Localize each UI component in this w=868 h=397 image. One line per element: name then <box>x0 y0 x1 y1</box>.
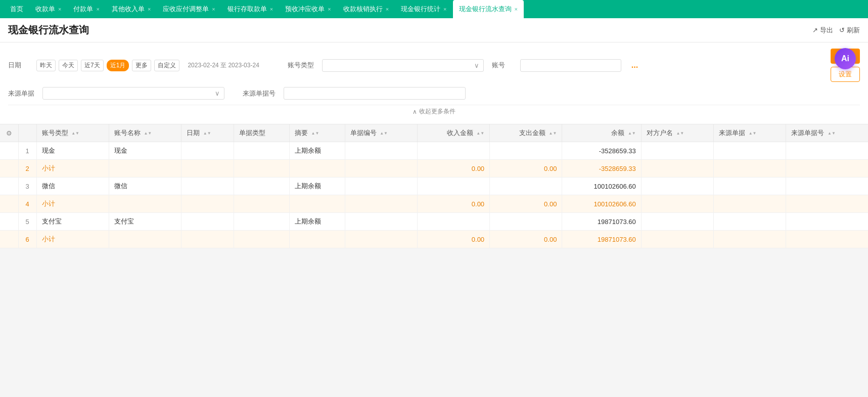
cell-doc-number <box>345 142 417 160</box>
ai-assistant-button[interactable]: Ai <box>835 48 856 69</box>
nav-bank-withdrawal-close[interactable]: × <box>270 0 273 18</box>
column-summary[interactable]: 摘要 ▲▼ <box>289 124 345 142</box>
account-type-select[interactable]: ∨ <box>322 59 484 72</box>
cell-date <box>181 178 234 195</box>
refresh-button[interactable]: ↺ 刷新 <box>839 26 860 35</box>
column-income[interactable]: 收入金额 ▲▼ <box>417 124 489 142</box>
sort-summary-icon: ▲▼ <box>311 131 319 136</box>
table-row: 5支付宝支付宝上期余额19871073.60 <box>0 213 868 231</box>
cell-balance: -3528659.33 <box>562 142 641 160</box>
column-doc-number[interactable]: 单据编号 ▲▼ <box>345 124 417 142</box>
cell-source-doc-num <box>786 178 868 195</box>
page-title: 现金银行流水查询 <box>8 23 89 37</box>
source-doc-select[interactable]: ∨ <box>42 87 224 100</box>
sort-counter-party-icon: ▲▼ <box>676 131 684 136</box>
column-source-doc-num[interactable]: 来源单据号 ▲▼ <box>786 124 868 142</box>
cell-balance: 100102606.60 <box>562 178 641 195</box>
nav-receipt-exec[interactable]: 收款核销执行 × <box>337 0 395 18</box>
cell-summary: 上期余额 <box>289 213 345 231</box>
export-icon: ↗ <box>812 26 818 34</box>
data-table: ⚙ 账号类型 ▲▼ 账号名称 ▲▼ 日期 ▲▼ 单据类型 摘 <box>0 124 868 248</box>
account-input[interactable] <box>520 59 621 72</box>
table-header-row: ⚙ 账号类型 ▲▼ 账号名称 ▲▼ 日期 ▲▼ 单据类型 摘 <box>0 124 868 142</box>
cell-summary <box>289 195 345 213</box>
cell-doc-type <box>234 160 290 178</box>
nav-cash-bank-flow-close[interactable]: × <box>515 0 518 18</box>
sort-account-name-icon: ▲▼ <box>144 131 152 136</box>
cell-doc-number <box>345 231 417 248</box>
cell-expense <box>490 213 562 231</box>
date-custom[interactable]: 自定义 <box>154 60 179 71</box>
collapse-button[interactable]: ∧ 收起更多条件 <box>8 105 860 118</box>
export-button[interactable]: ↗ 导出 <box>812 26 833 35</box>
column-source-doc[interactable]: 来源单据 ▲▼ <box>714 124 786 142</box>
cell-date <box>181 195 234 213</box>
cell-expense <box>490 142 562 160</box>
cell-counter-party <box>641 195 713 213</box>
nav-other-income[interactable]: 其他收入单 × <box>106 0 157 18</box>
cell-account-type: 小计 <box>36 231 109 248</box>
nav-prepay-offset[interactable]: 预收冲应收单 × <box>279 0 337 18</box>
sort-date-icon: ▲▼ <box>203 131 211 136</box>
nav-bank-withdrawal[interactable]: 银行存取款单 × <box>221 0 279 18</box>
account-label: 账号 <box>492 61 512 70</box>
cell-account-name <box>109 231 181 248</box>
nav-adjustment-close[interactable]: × <box>212 0 215 18</box>
cell-date <box>181 160 234 178</box>
row-index: 3 <box>18 178 36 195</box>
source-doc-num-label: 来源单据号 <box>243 89 276 98</box>
date-yesterday[interactable]: 昨天 <box>36 60 56 71</box>
filter-row-source: 来源单据 ∨ 来源单据号 <box>8 87 860 100</box>
cell-account-type: 支付宝 <box>36 213 109 231</box>
cell-counter-party <box>641 213 713 231</box>
nav-payment[interactable]: 付款单 × <box>67 0 105 18</box>
date-range-display: 2023-02-24 至 2023-03-24 <box>188 61 259 70</box>
row-index: 6 <box>18 231 36 248</box>
cell-doc-number <box>345 160 417 178</box>
cell-summary <box>289 231 345 248</box>
column-settings[interactable]: ⚙ <box>0 124 18 142</box>
nav-cash-bank-flow[interactable]: 现金银行流水查询 × <box>453 0 524 18</box>
row-gear <box>0 213 18 231</box>
nav-receipt-exec-close[interactable]: × <box>386 0 389 18</box>
row-index: 5 <box>18 213 36 231</box>
column-account-name[interactable]: 账号名称 ▲▼ <box>109 124 181 142</box>
column-counter-party[interactable]: 对方户名 ▲▼ <box>641 124 713 142</box>
account-dots[interactable]: ... <box>629 61 640 70</box>
collapse-icon: ∧ <box>413 108 417 115</box>
date-1month[interactable]: 近1月 <box>107 60 129 71</box>
cell-summary: 上期余额 <box>289 178 345 195</box>
date-options: 昨天 今天 近7天 近1月 更多 自定义 <box>36 60 179 71</box>
column-balance[interactable]: 余额 ▲▼ <box>562 124 641 142</box>
column-expense[interactable]: 支出金额 ▲▼ <box>490 124 562 142</box>
date-more[interactable]: 更多 <box>132 60 151 71</box>
column-account-type[interactable]: 账号类型 ▲▼ <box>36 124 109 142</box>
nav-adjustment[interactable]: 应收应付调整单 × <box>157 0 221 18</box>
nav-other-income-close[interactable]: × <box>148 0 151 18</box>
date-today[interactable]: 今天 <box>59 60 78 71</box>
sort-source-doc-icon: ▲▼ <box>749 131 757 136</box>
row-gear <box>0 142 18 160</box>
cell-doc-type <box>234 213 290 231</box>
nav-payment-close[interactable]: × <box>96 0 99 18</box>
source-doc-arrow-icon: ∨ <box>215 90 220 97</box>
nav-home[interactable]: 首页 <box>4 0 29 18</box>
nav-receipt[interactable]: 收款单 × <box>29 0 67 18</box>
source-doc-num-input[interactable] <box>284 87 466 100</box>
nav-receipt-close[interactable]: × <box>58 0 61 18</box>
refresh-icon: ↺ <box>839 26 845 34</box>
date-7days[interactable]: 近7天 <box>81 60 104 71</box>
sort-doc-number-icon: ▲▼ <box>380 131 388 136</box>
nav-cash-bank-stats[interactable]: 现金银行统计 × <box>395 0 452 18</box>
nav-cash-bank-stats-close[interactable]: × <box>443 0 446 18</box>
cell-date <box>181 213 234 231</box>
nav-prepay-offset-close[interactable]: × <box>328 0 331 18</box>
cell-income <box>417 178 489 195</box>
sort-account-type-icon: ▲▼ <box>71 131 79 136</box>
column-date[interactable]: 日期 ▲▼ <box>181 124 234 142</box>
cell-source-doc <box>714 142 786 160</box>
sort-source-doc-num-icon: ▲▼ <box>828 131 836 136</box>
cell-doc-type <box>234 195 290 213</box>
column-doc-type: 单据类型 <box>234 124 290 142</box>
cell-counter-party <box>641 178 713 195</box>
